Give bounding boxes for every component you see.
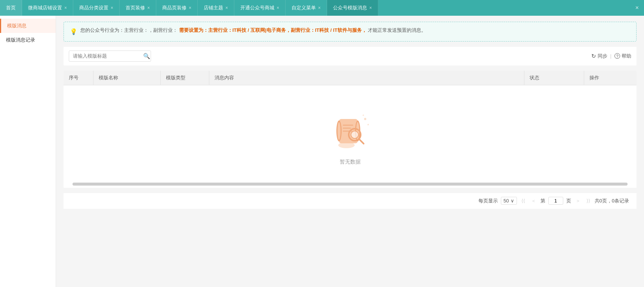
table-header-seq: 序号 (64, 71, 93, 85)
search-button[interactable]: 🔍 (139, 51, 151, 61)
per-page-value: 50 (503, 198, 509, 204)
close-tab-open-shop-icon[interactable]: × (277, 5, 279, 10)
table-header-action: 操作 (584, 71, 637, 85)
toolbar-divider: | (610, 53, 611, 59)
info-banner-suffix: 才能正常发送预置的消息。 (368, 27, 426, 33)
nav-tab-custom-menu[interactable]: 自定义菜单 × (286, 0, 327, 16)
first-page-button[interactable]: ⟨⟨ (520, 197, 527, 204)
info-banner-text: 您的公众号行业为：主营行业：，副营行业： 需要设置为：主营行业：IT科技 / 互… (80, 27, 426, 34)
nav-tab-home-label: 首页 (6, 4, 16, 11)
nav-tab-template-msg-label: 公众号模版消息 (333, 4, 367, 11)
nav-tab-category-settings[interactable]: 商品分类设置 × (73, 0, 120, 16)
sidebar: 模版消息 模版消息记录 (0, 16, 56, 287)
info-banner-highlight: 需要设置为：主营行业：IT科技 / 互联网|电子商务，副营行业：IT科技 / I… (179, 27, 367, 33)
last-page-button[interactable]: ⟩⟩ (585, 197, 592, 204)
nav-tab-homepage-decor[interactable]: 首页装修 × (120, 0, 156, 16)
main-layout: 模版消息 模版消息记录 💡 您的公众号行业为：主营行业：，副营行业： 需要设置为… (0, 16, 644, 287)
svg-point-13 (367, 124, 369, 125)
lightbulb-icon: 💡 (70, 27, 77, 37)
sidebar-item-template-msg[interactable]: 模版消息 (0, 19, 56, 33)
nav-tab-custom-menu-label: 自定义菜单 (292, 4, 316, 11)
sync-icon: ↻ (591, 53, 596, 59)
table-header-name: 模版名称 (93, 71, 161, 85)
table-container: 序号 模版名称 模版类型 消息内容 状态 操作 (64, 71, 637, 188)
nav-tab-open-shop[interactable]: 开通公众号商城 × (234, 0, 286, 16)
help-circle-icon: ? (614, 53, 620, 59)
info-banner-prefix: 您的公众号行业为：主营行业：，副营行业： (80, 27, 178, 33)
svg-point-10 (351, 131, 358, 138)
sidebar-item-template-msg-records[interactable]: 模版消息记录 (0, 33, 56, 47)
table-header-status: 状态 (524, 71, 584, 85)
search-icon: 🔍 (143, 53, 150, 59)
nav-tab-shop-theme-label: 店铺主题 (204, 4, 223, 11)
nav-tab-template-msg[interactable]: 公众号模版消息 × (327, 0, 378, 16)
table-header: 序号 模版名称 模版类型 消息内容 状态 操作 (64, 71, 637, 85)
close-tab-shop-settings-icon[interactable]: × (64, 5, 67, 10)
pagination-row: 每页显示 50 ∨ ⟨⟨ ＜ 第 页 ＞ ⟩⟩ 共0页，0条记录 (64, 193, 637, 209)
page-number-input[interactable] (548, 197, 563, 205)
close-tab-shop-theme-icon[interactable]: × (225, 5, 228, 10)
help-label: 帮助 (622, 53, 631, 59)
nav-tab-shop-settings[interactable]: 微商城店铺设置 × (22, 0, 73, 16)
per-page-label: 每页显示 (478, 198, 498, 204)
empty-state: 暂无数据 (64, 85, 637, 180)
content-area: 💡 您的公众号行业为：主营行业：，副营行业： 需要设置为：主营行业：IT科技 /… (56, 16, 644, 287)
svg-rect-6 (343, 125, 353, 126)
svg-point-12 (364, 118, 366, 120)
close-tab-template-msg-icon[interactable]: × (369, 5, 372, 10)
empty-state-text: 暂无数据 (340, 159, 361, 165)
sidebar-item-template-msg-label: 模版消息 (7, 23, 27, 28)
top-nav: 首页 微商城店铺设置 × 商品分类设置 × 首页装修 × 商品页装修 × 店铺主… (0, 0, 644, 16)
page-label-prefix: 第 (540, 198, 545, 204)
close-tab-homepage-decor-icon[interactable]: × (147, 5, 150, 10)
svg-point-14 (363, 115, 364, 116)
close-all-icon: × (635, 4, 639, 11)
info-banner: 💡 您的公众号行业为：主营行业：，副营行业： 需要设置为：主营行业：IT科技 /… (64, 22, 637, 42)
next-page-button[interactable]: ＞ (574, 197, 582, 205)
svg-point-3 (338, 122, 341, 140)
search-input[interactable] (69, 51, 139, 61)
svg-rect-7 (343, 128, 351, 129)
nav-tab-product-page-decor-label: 商品页装修 (162, 4, 187, 11)
nav-tab-homepage-decor-label: 首页装修 (126, 4, 145, 11)
page-label-suffix: 页 (566, 198, 571, 204)
search-box: 🔍 (69, 51, 151, 62)
table-header-content: 消息内容 (209, 71, 524, 85)
close-tab-category-settings-icon[interactable]: × (111, 5, 113, 10)
nav-tab-open-shop-label: 开通公众号商城 (240, 4, 274, 11)
nav-tab-product-page-decor[interactable]: 商品页装修 × (156, 0, 198, 16)
empty-state-icon (328, 108, 373, 153)
sidebar-item-template-msg-records-label: 模版消息记录 (6, 37, 35, 43)
prev-page-button[interactable]: ＜ (530, 197, 537, 205)
toolbar-right: ↻ 同步 | ? 帮助 (591, 53, 631, 59)
page-size-select[interactable]: 50 ∨ (501, 197, 517, 205)
nav-tab-home[interactable]: 首页 (0, 0, 22, 16)
nav-tab-category-settings-label: 商品分类设置 (79, 4, 108, 11)
horizontal-scrollbar[interactable] (73, 183, 628, 186)
svg-line-11 (359, 139, 364, 144)
close-all-tabs-button[interactable]: × (630, 0, 644, 16)
nav-tab-shop-theme[interactable]: 店铺主题 × (198, 0, 234, 16)
close-tab-custom-menu-icon[interactable]: × (318, 5, 321, 10)
close-tab-product-page-decor-icon[interactable]: × (189, 5, 191, 10)
toolbar-row: 🔍 ↻ 同步 | ? 帮助 (64, 47, 637, 65)
help-button[interactable]: ? 帮助 (614, 53, 631, 59)
table-header-type: 模版类型 (161, 71, 209, 85)
chevron-down-icon: ∨ (511, 198, 514, 204)
scrollbar-row (64, 180, 637, 188)
total-records-label: 共0页，0条记录 (595, 198, 629, 204)
sync-button[interactable]: ↻ 同步 (591, 53, 607, 59)
sync-label: 同步 (598, 53, 607, 59)
nav-tab-shop-settings-label: 微商城店铺设置 (28, 4, 62, 11)
